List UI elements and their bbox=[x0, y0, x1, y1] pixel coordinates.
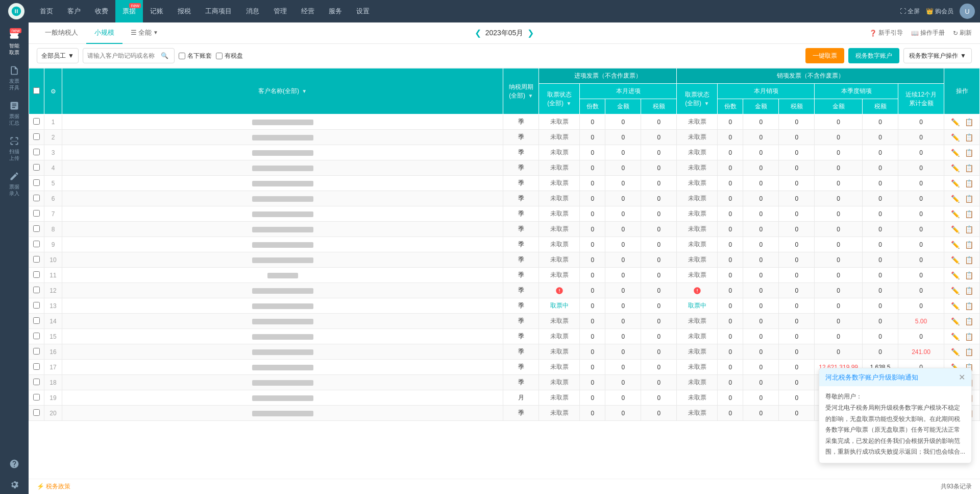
nav-service[interactable]: 服务 bbox=[322, 0, 349, 22]
customer-name-cell[interactable] bbox=[62, 237, 503, 252]
row-checkbox[interactable] bbox=[33, 118, 40, 125]
row-checkbox-cell[interactable] bbox=[29, 191, 44, 206]
row-checkbox[interactable] bbox=[33, 271, 40, 278]
edit-icon[interactable]: ✏️ bbox=[951, 317, 960, 325]
customer-name-cell[interactable] bbox=[62, 222, 503, 237]
user-avatar[interactable]: U bbox=[960, 4, 975, 19]
row-checkbox[interactable] bbox=[33, 179, 40, 186]
row-checkbox[interactable] bbox=[33, 241, 40, 247]
customer-name-cell[interactable] bbox=[62, 268, 503, 283]
edit-icon[interactable]: ✏️ bbox=[951, 133, 960, 142]
row-checkbox-cell[interactable] bbox=[29, 406, 44, 421]
copy-icon[interactable]: 📋 bbox=[965, 271, 973, 279]
customer-name-cell[interactable] bbox=[62, 298, 503, 314]
row-checkbox[interactable] bbox=[33, 348, 40, 355]
copy-icon[interactable]: 📋 bbox=[965, 225, 973, 233]
has-taxpad-checkbox-input[interactable] bbox=[216, 53, 223, 59]
copy-icon[interactable]: 📋 bbox=[965, 195, 973, 203]
employee-select[interactable]: 全部员工 ▼ bbox=[37, 48, 79, 63]
row-checkbox-cell[interactable] bbox=[29, 375, 44, 390]
row-checkbox-cell[interactable] bbox=[29, 390, 44, 406]
edit-icon[interactable]: ✏️ bbox=[951, 179, 960, 187]
edit-icon[interactable]: ✏️ bbox=[951, 195, 960, 203]
row-checkbox[interactable] bbox=[33, 333, 40, 339]
row-checkbox[interactable] bbox=[33, 409, 40, 416]
edit-icon[interactable]: ✏️ bbox=[951, 287, 960, 295]
nav-ticket[interactable]: 票据 new bbox=[115, 0, 143, 22]
tab-small-scale[interactable]: 小规模 bbox=[86, 22, 122, 44]
digital-tax-account-button[interactable]: 税务数字账户 bbox=[848, 48, 899, 63]
customer-name-cell[interactable] bbox=[62, 406, 503, 421]
row-checkbox[interactable] bbox=[33, 317, 40, 324]
copy-icon[interactable]: 📋 bbox=[965, 179, 973, 187]
guide-button[interactable]: ❓ 新手引导 bbox=[869, 29, 903, 37]
customer-name-cell[interactable] bbox=[62, 375, 503, 390]
row-checkbox[interactable] bbox=[33, 379, 40, 385]
customer-name-cell[interactable] bbox=[62, 160, 503, 176]
row-checkbox-cell[interactable] bbox=[29, 283, 44, 298]
row-checkbox-cell[interactable] bbox=[29, 329, 44, 344]
under-name-checkbox-input[interactable] bbox=[179, 53, 185, 59]
select-all-checkbox[interactable] bbox=[33, 87, 40, 94]
row-checkbox-cell[interactable] bbox=[29, 268, 44, 283]
customer-name-cell[interactable] bbox=[62, 329, 503, 344]
th-xiao-status[interactable]: 取票状态(全部) ▼ bbox=[677, 84, 718, 114]
customer-name-cell[interactable] bbox=[62, 130, 503, 145]
row-checkbox[interactable] bbox=[33, 164, 40, 171]
row-checkbox-cell[interactable] bbox=[29, 344, 44, 360]
copy-icon[interactable]: 📋 bbox=[965, 164, 973, 172]
customer-name-cell[interactable] bbox=[62, 283, 503, 298]
row-checkbox-cell[interactable] bbox=[29, 160, 44, 176]
row-checkbox-cell[interactable] bbox=[29, 360, 44, 375]
customer-search-input[interactable] bbox=[87, 52, 159, 59]
sidebar-item-help[interactable] bbox=[0, 454, 29, 474]
fullscreen-button[interactable]: ⛶ 全屏 bbox=[900, 7, 920, 16]
edit-icon[interactable]: ✏️ bbox=[951, 149, 960, 157]
nav-accounting[interactable]: 记账 bbox=[143, 0, 170, 22]
row-checkbox-cell[interactable] bbox=[29, 176, 44, 191]
th-period[interactable]: 纳税周期(全部) ▼ bbox=[503, 68, 539, 114]
under-name-checkbox[interactable]: 名下账套 bbox=[179, 52, 212, 60]
edit-icon[interactable]: ✏️ bbox=[951, 348, 960, 356]
customer-name-cell[interactable] bbox=[62, 114, 503, 130]
edit-icon[interactable]: ✏️ bbox=[951, 271, 960, 279]
row-checkbox-cell[interactable] bbox=[29, 145, 44, 160]
sidebar-item-invoice-open[interactable]: 发票开具 bbox=[0, 61, 29, 95]
app-logo[interactable] bbox=[5, 0, 28, 22]
copy-icon[interactable]: 📋 bbox=[965, 333, 973, 341]
row-checkbox-cell[interactable] bbox=[29, 298, 44, 314]
sidebar-item-smart-ticket[interactable]: new 智能取票 bbox=[0, 26, 29, 60]
copy-icon[interactable]: 📋 bbox=[965, 287, 973, 295]
gear-settings-icon[interactable]: ⚙ bbox=[48, 87, 58, 96]
sidebar-item-scan[interactable]: 扫描上传 bbox=[0, 131, 29, 166]
customer-name-cell[interactable] bbox=[62, 314, 503, 329]
nav-client[interactable]: 客户 bbox=[60, 0, 88, 22]
row-checkbox-cell[interactable] bbox=[29, 314, 44, 329]
next-month-button[interactable]: ❯ bbox=[527, 28, 534, 38]
row-checkbox[interactable] bbox=[33, 210, 40, 217]
edit-icon[interactable]: ✏️ bbox=[951, 225, 960, 233]
row-checkbox-cell[interactable] bbox=[29, 237, 44, 252]
customer-name-cell[interactable] bbox=[62, 252, 503, 268]
digital-account-operation-button[interactable]: 税务数字账户操作 ▼ bbox=[903, 48, 972, 63]
edit-icon[interactable]: ✏️ bbox=[951, 333, 960, 341]
has-taxpad-checkbox[interactable]: 有税盘 bbox=[216, 52, 243, 60]
copy-icon[interactable]: 📋 bbox=[965, 210, 973, 218]
nav-business[interactable]: 工商项目 bbox=[198, 0, 239, 22]
nav-home[interactable]: 首页 bbox=[33, 0, 60, 22]
customer-name-cell[interactable] bbox=[62, 206, 503, 222]
copy-icon[interactable]: 📋 bbox=[965, 302, 973, 310]
search-icon[interactable]: 🔍 bbox=[161, 52, 168, 59]
customer-name-cell[interactable] bbox=[62, 191, 503, 206]
nav-message[interactable]: 消息 bbox=[239, 0, 266, 22]
row-checkbox[interactable] bbox=[33, 287, 40, 293]
row-checkbox[interactable] bbox=[33, 302, 40, 309]
nav-fee[interactable]: 收费 bbox=[88, 0, 115, 22]
row-checkbox-cell[interactable] bbox=[29, 114, 44, 130]
tax-policy-link[interactable]: ⚡ 税务政策 bbox=[37, 482, 70, 491]
customer-name-cell[interactable] bbox=[62, 176, 503, 191]
edit-icon[interactable]: ✏️ bbox=[951, 164, 960, 172]
nav-tax[interactable]: 报税 bbox=[170, 0, 198, 22]
nav-operation[interactable]: 经营 bbox=[294, 0, 322, 22]
copy-icon[interactable]: 📋 bbox=[965, 118, 973, 126]
